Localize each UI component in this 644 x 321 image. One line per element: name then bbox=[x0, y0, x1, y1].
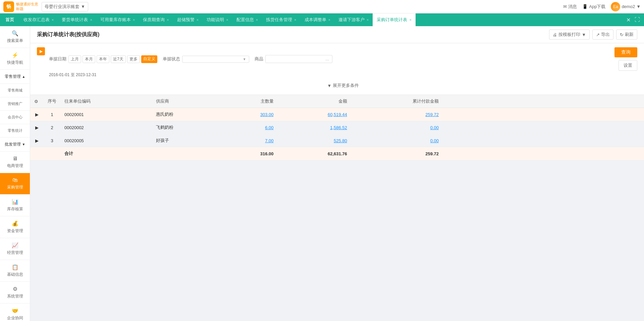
date-custom-tag[interactable]: 自定义 bbox=[141, 55, 157, 63]
row-settings-icon[interactable]: ▶ bbox=[30, 121, 44, 134]
operations-icon: 📈 bbox=[12, 242, 18, 249]
row-paid[interactable]: 259.72 bbox=[351, 108, 443, 121]
row-amount[interactable]: 1,586.52 bbox=[278, 121, 351, 134]
app-download-btn[interactable]: 📱 App下载 bbox=[582, 4, 605, 10]
nav-expand-icon[interactable]: ⛶ bbox=[633, 15, 641, 24]
data-table: ⚙ 序号 往来单位编码 供应商 主数量 金额 累计付款金额 bbox=[30, 95, 644, 160]
tab-peizhi[interactable]: 配置信息 × bbox=[232, 13, 262, 26]
tab-yaohuo[interactable]: 要货单统计表 × bbox=[58, 13, 96, 26]
tab-close-icon[interactable]: × bbox=[328, 18, 330, 22]
date-this-month[interactable]: 本月 bbox=[83, 55, 95, 63]
row-code: 00020001 bbox=[60, 108, 152, 121]
goods-input[interactable]: … bbox=[265, 55, 332, 63]
status-label: 单据状态 bbox=[163, 56, 180, 62]
avatar: Ea bbox=[611, 2, 620, 11]
row-paid[interactable]: 0.00 bbox=[351, 121, 443, 134]
user-menu[interactable]: Ea demo2 ▼ bbox=[611, 2, 641, 11]
tab-close-icon[interactable]: × bbox=[226, 18, 228, 22]
col-settings[interactable]: ⚙ bbox=[30, 95, 44, 108]
tab-yaoqing[interactable]: 邀请下游客户 × bbox=[334, 13, 373, 26]
tab-close-icon[interactable]: × bbox=[52, 18, 54, 22]
tab-close-icon[interactable]: × bbox=[197, 18, 199, 22]
collapse-btn[interactable]: ▶ bbox=[37, 47, 45, 55]
sidebar-item-retail[interactable]: 零售管理 ▲ bbox=[0, 70, 30, 84]
date-more[interactable]: 更多 bbox=[127, 55, 140, 63]
date-7days[interactable]: 近7天 bbox=[111, 55, 126, 63]
row-code: 00020005 bbox=[60, 134, 152, 147]
status-select[interactable]: ▼ bbox=[182, 56, 249, 63]
nav-close-icon[interactable]: ✕ bbox=[625, 15, 632, 24]
table-header-row: ⚙ 序号 往来单位编码 供应商 主数量 金额 累计付款金额 bbox=[30, 95, 644, 108]
expand-btn[interactable]: ▼ 展开更多条件 bbox=[49, 81, 637, 91]
row-index: 1 bbox=[44, 108, 60, 121]
lightning-icon: ⚡ bbox=[12, 52, 18, 58]
sidebar-item-purchase[interactable]: 🛍 采购管理 bbox=[0, 173, 30, 195]
footer-label: 合计 bbox=[60, 147, 152, 160]
row-paid[interactable]: 0.00 bbox=[351, 134, 443, 147]
tab-chaojing[interactable]: 超储预警 × bbox=[173, 13, 203, 26]
message-icon: ✉ bbox=[563, 4, 567, 9]
template-print-btn[interactable]: 🖨 按模板打印 ▼ bbox=[549, 30, 590, 40]
row-settings-icon[interactable]: ▶ bbox=[30, 134, 44, 147]
row-qty[interactable]: 6.00 bbox=[220, 121, 278, 134]
footer-row: 合计 316.00 62,631.76 259.72 bbox=[30, 147, 644, 160]
tab-close-icon[interactable]: × bbox=[90, 18, 92, 22]
download-icon: 📱 bbox=[582, 4, 588, 9]
tab-caigou-active[interactable]: 采购订单统计表 × bbox=[373, 13, 415, 26]
refresh-btn[interactable]: ↻ 刷新 bbox=[616, 30, 637, 40]
row-index: 3 bbox=[44, 134, 60, 147]
sidebar-item-operations[interactable]: 📈 经营管理 bbox=[0, 238, 30, 260]
footer-qty: 316.00 bbox=[220, 147, 278, 160]
col-index: 序号 bbox=[44, 95, 60, 108]
tab-close-icon[interactable]: × bbox=[294, 18, 296, 22]
breadcrumb-select[interactable]: 母婴行业演示账套 ▼ bbox=[42, 2, 88, 11]
sidebar-item-retail-stat[interactable]: 零售统计 bbox=[0, 124, 30, 138]
tab-close-icon[interactable]: × bbox=[256, 18, 258, 22]
tab-shoufacun[interactable]: 收发存汇总表 × bbox=[19, 13, 58, 26]
chevron-up-icon: ▲ bbox=[22, 75, 25, 78]
chevron-down-icon: ▼ bbox=[22, 143, 25, 146]
query-btn[interactable]: 查询 bbox=[614, 47, 637, 57]
sidebar-item-finance[interactable]: 💰 资金管理 bbox=[0, 216, 30, 238]
row-settings-icon[interactable]: ▶ bbox=[30, 108, 44, 121]
tab-chengben[interactable]: 成本调整单 × bbox=[301, 13, 334, 26]
sidebar-item-marketing[interactable]: 营销推广 bbox=[0, 97, 30, 111]
tab-close-icon[interactable]: × bbox=[133, 18, 135, 22]
sidebar-item-ecommerce[interactable]: 🖥 电商管理 bbox=[0, 152, 30, 173]
content-wrapper: ⚙ 序号 往来单位编码 供应商 主数量 金额 累计付款金额 bbox=[30, 95, 644, 321]
sidebar-item-member[interactable]: 会员中心 bbox=[0, 111, 30, 124]
sidebar-item-basic[interactable]: 📋 基础信息 bbox=[0, 260, 30, 282]
row-qty[interactable]: 7.00 bbox=[220, 134, 278, 147]
tab-close-icon[interactable]: × bbox=[367, 18, 369, 22]
row-amount[interactable]: 525.80 bbox=[278, 134, 351, 147]
sidebar-item-shop[interactable]: 零售商城 bbox=[0, 84, 30, 97]
tab-kuyong[interactable]: 可用量库存账本 × bbox=[96, 13, 139, 26]
goods-more-icon[interactable]: … bbox=[325, 57, 329, 61]
tab-home[interactable]: 首页 bbox=[0, 13, 19, 26]
message-btn[interactable]: ✉ 消息 bbox=[563, 4, 577, 10]
tab-gongneng[interactable]: 功能说明 × bbox=[203, 13, 232, 26]
sidebar-item-quick[interactable]: ⚡ 快捷导航 bbox=[0, 48, 30, 70]
export-btn[interactable]: ↗ 导出 bbox=[592, 30, 613, 40]
tab-jianhuo[interactable]: 拣货任务管理 × bbox=[262, 13, 300, 26]
row-extra bbox=[443, 121, 644, 134]
row-amount[interactable]: 60,519.44 bbox=[278, 108, 351, 121]
row-supplier: 飞鹤奶粉 bbox=[152, 121, 220, 134]
date-range: 2016-01-01 至 2023-12-31 bbox=[49, 72, 96, 77]
date-this-year[interactable]: 本年 bbox=[97, 55, 109, 63]
tab-baozhi[interactable]: 保质期查询 × bbox=[139, 13, 173, 26]
tab-close-icon[interactable]: × bbox=[167, 18, 169, 22]
tab-close-icon[interactable]: × bbox=[409, 18, 411, 22]
row-qty[interactable]: 303.00 bbox=[220, 108, 278, 121]
sidebar-item-collab[interactable]: 🤝 企业协同 bbox=[0, 304, 30, 321]
row-extra bbox=[443, 134, 644, 147]
sidebar-item-wholesale[interactable]: 批发管理 ▼ bbox=[0, 138, 30, 152]
table-head: ⚙ 序号 往来单位编码 供应商 主数量 金额 累计付款金额 bbox=[30, 95, 644, 108]
sidebar-item-inventory[interactable]: 📊 库存核算 bbox=[0, 195, 30, 216]
sidebar-item-system[interactable]: ⚙ 系统管理 bbox=[0, 282, 30, 304]
print-icon: 🖨 bbox=[553, 32, 557, 37]
date-last-month[interactable]: 上月 bbox=[68, 55, 81, 63]
col-extra bbox=[443, 95, 644, 108]
sidebar-item-search[interactable]: 🔍 搜索菜单 bbox=[0, 26, 30, 48]
settings-btn[interactable]: 设置 bbox=[619, 60, 637, 71]
